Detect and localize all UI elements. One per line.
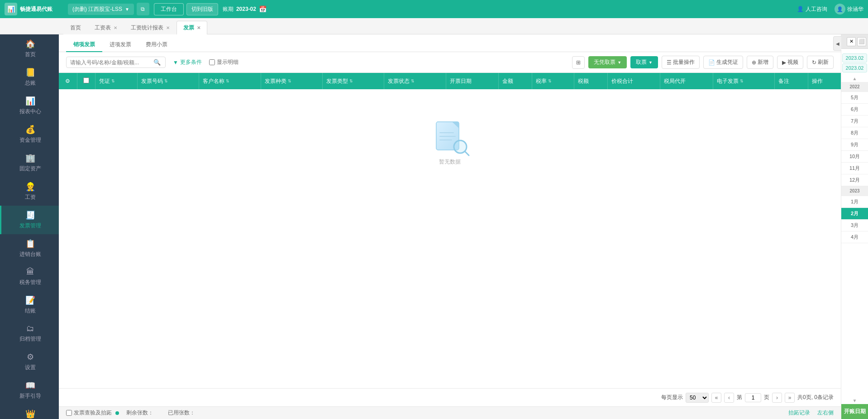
period-2023-02[interactable]: 2月 [841,208,868,220]
tab-payroll-close[interactable]: ✕ [114,25,117,30]
support-item[interactable]: 👤 人工咨询 [797,5,827,13]
close-panel-btn[interactable]: ◀ [833,36,841,51]
sidebar-item-invoice[interactable]: 🧾 发票管理 [0,206,59,234]
new-btn[interactable]: ⊕ 新增 [747,56,773,69]
first-page-btn[interactable]: « [711,393,721,403]
period-2022-06[interactable]: 6月 [841,104,868,116]
sub-tab-purchase[interactable]: 进项发票 [102,38,138,52]
th-open-date: 开票日期 [446,73,499,89]
show-detail-checkbox-wrap[interactable]: 显示明细 [209,58,238,66]
switch-old-button[interactable]: 切到旧版 [186,3,218,15]
sidebar-item-closing[interactable]: 📝 结账 [0,291,59,319]
sidebar-item-payroll[interactable]: 👷 工资 [0,177,59,206]
sidebar-item-reports[interactable]: 📊 报表中心 [0,92,59,120]
sidebar-item-assets[interactable]: 🏢 固定资产 [0,149,59,177]
period-2023-03[interactable]: 3月 [841,220,868,231]
tab-payroll[interactable]: 工资表 ✕ [88,21,124,34]
left-right-link[interactable]: 左右侧 [817,409,834,417]
period-calendar-icon[interactable]: 📅 [259,5,267,13]
tab-payroll-stats[interactable]: 工资统计报表 ✕ [124,21,176,34]
refresh-icon: ↻ [812,59,816,66]
new-icon: ⊕ [752,59,756,66]
no-voucher-btn[interactable]: 无凭取票 ▼ [588,56,627,68]
invoice-table: ⚙ 凭证 ⇅ 发票号码 [59,73,841,89]
period-2023-01[interactable]: 1月 [841,196,868,208]
sidebar-item-finance[interactable]: 💰 资金管理 [0,120,59,149]
recent-period-1[interactable]: 2023.02 [842,53,867,63]
grid-config-btn[interactable]: ⊞ [572,56,585,69]
voucher-btn[interactable]: 取票 ▼ [630,56,658,68]
scroll-up-btn[interactable]: ▲ [841,75,868,82]
tab-home[interactable]: 首页 [63,21,88,34]
user-item[interactable]: 👤 徐涵华 [835,4,863,14]
toolbar: 🔍 ▼ 更多条件 显示明细 ⊞ 无凭取票 ▼ 取票 ▼ [59,52,841,73]
purchase-icon: 📋 [25,239,35,249]
period-2022-12[interactable]: 12月 [841,174,868,186]
recent-period-2[interactable]: 2023.02 [842,63,867,72]
th-tax-code-label: 税局代开 [664,77,686,85]
period-2022-11[interactable]: 11月 [841,163,868,174]
prev-page-btn[interactable]: ‹ [724,393,734,403]
sidebar-item-ledger[interactable]: 📒 总账 [0,63,59,92]
sub-tab-receipts-label: 费用小票 [146,41,167,48]
panel-close-btn[interactable]: ✕ [847,37,856,46]
tab-invoice[interactable]: 发票 ✕ [176,21,207,34]
th-action-label: 操作 [812,77,823,85]
sidebar-item-settings[interactable]: ⚙ 设置 [0,347,59,376]
period-value: 2023-02 [236,6,256,12]
refresh-btn[interactable]: ↻ 刷新 [807,56,834,69]
show-detail-checkbox[interactable] [209,59,215,65]
settings-gear-icon[interactable]: ⚙ [65,78,70,84]
sub-tab-sales[interactable]: 销项发票 [66,38,102,52]
sidebar-item-home[interactable]: 🏠 首页 [0,34,59,63]
period-2023-04[interactable]: 4月 [841,231,868,243]
period-2022-10[interactable]: 10月 [841,151,868,163]
voucher-dropdown-icon: ▼ [649,60,653,65]
batch-op-btn[interactable]: ☰ 批量操作 [662,56,700,69]
th-invoice-no: 发票号码 ⇅ [137,73,199,89]
invoice-check-wrap[interactable]: 发票查验及抬跖 [66,409,119,417]
svg-line-7 [465,151,469,155]
scroll-down-btn[interactable]: ▼ [841,397,868,404]
sidebar-assets-label: 固定资产 [19,165,41,173]
open-period-btn[interactable]: 开账日期 [841,404,868,419]
tab-home-label: 首页 [70,24,81,32]
panel-top-actions: ✕ ⬜ [841,34,868,49]
more-conditions-btn[interactable]: ▼ 更多条件 [169,57,205,68]
th-settings: ⚙ [59,73,77,89]
period-2022-09[interactable]: 9月 [841,139,868,151]
current-page-input[interactable] [745,393,761,402]
refresh-label: 刷新 [818,58,829,66]
table-wrap[interactable]: ⚙ 凭证 ⇅ 发票号码 [59,73,841,388]
tab-invoice-close[interactable]: ✕ [197,25,200,30]
sidebar-item-archive[interactable]: 🗂 归档管理 [0,319,59,347]
invoice-check-checkbox[interactable] [66,410,72,416]
page-size-select[interactable]: 20 50 100 [686,393,709,403]
sub-tab-receipts[interactable]: 费用小票 [138,38,175,52]
tab-payroll-label: 工资表 [95,24,111,32]
period-2022-08[interactable]: 8月 [841,127,868,139]
generate-voucher-btn[interactable]: 📄 生成凭证 [703,56,743,69]
sidebar-item-membership[interactable]: 👑 畅会员 [0,405,59,419]
records-link[interactable]: 抬跖记录 [788,409,810,417]
tab-payroll-stats-close[interactable]: ✕ [166,25,170,30]
sidebar-item-tax[interactable]: 🏛 税务管理 [0,263,59,291]
last-page-btn[interactable]: » [785,393,795,403]
select-all-checkbox[interactable] [83,77,89,83]
user-name: 徐涵华 [847,5,863,13]
video-btn[interactable]: ▶ 视频 [777,56,803,69]
sort-voucher-icon: ⇅ [111,79,115,83]
panel-maximize-btn[interactable]: ⬜ [857,37,866,46]
workbench-button[interactable]: 工作台 [154,3,184,15]
next-page-btn[interactable]: › [772,393,782,403]
search-input[interactable] [70,59,152,66]
th-checkbox [77,73,95,89]
period-2022-05[interactable]: 5月 [841,92,868,104]
th-invoice-no-label: 发票号码 [141,77,163,85]
tab-invoice-label: 发票 [183,24,194,32]
company-selector[interactable]: (勿删) 江西股宝-LSS ▼ [68,4,134,15]
sidebar-item-guide[interactable]: 📖 新手引导 [0,376,59,405]
sidebar-item-purchase[interactable]: 📋 进销台账 [0,234,59,263]
copy-icon-btn[interactable]: ⧉ [137,3,149,15]
period-2022-07[interactable]: 7月 [841,116,868,127]
